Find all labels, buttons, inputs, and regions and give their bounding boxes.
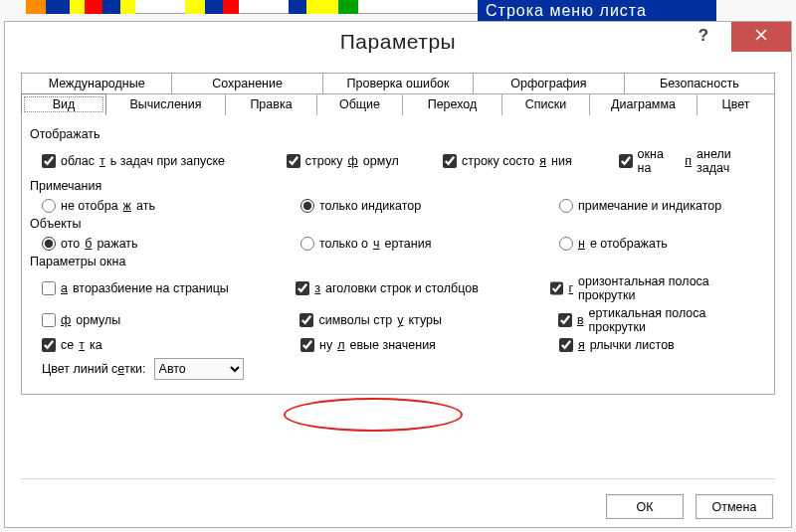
group-window: Параметры окна: [30, 255, 766, 268]
chk-formulas[interactable]: формулы: [42, 313, 299, 327]
chk-gridlines[interactable]: сетка: [42, 338, 300, 352]
chk-windows-taskbar-box[interactable]: [619, 154, 633, 168]
footer-separator: [21, 478, 775, 479]
chk-sheet-tabs[interactable]: ярлычки листов: [559, 338, 675, 352]
chk-sheet-tabs-box[interactable]: [559, 338, 573, 352]
gridline-color-select[interactable]: Авто: [154, 358, 244, 380]
chk-windows-taskbar[interactable]: окна на панели задач: [619, 147, 766, 175]
gridline-color-label: Цвет линий сетки:: [42, 362, 146, 376]
close-button[interactable]: [731, 22, 791, 52]
group-display: Отображать: [30, 127, 766, 141]
rad-objects-show[interactable]: отображать: [42, 237, 300, 251]
tab-color[interactable]: Цвет: [697, 93, 775, 115]
rad-comments-both[interactable]: примечание и индикатор: [559, 199, 721, 213]
group-objects: Объекты: [30, 217, 766, 231]
chk-status-bar-box[interactable]: [443, 154, 457, 168]
tab-security[interactable]: Безопасность: [625, 73, 775, 93]
rad-objects-hide-input[interactable]: [559, 237, 573, 251]
chk-formula-bar[interactable]: строку формул: [287, 154, 443, 168]
rad-comments-indicator[interactable]: только индикатор: [300, 199, 559, 213]
rad-comments-indicator-input[interactable]: [300, 199, 314, 213]
ok-button[interactable]: ОК: [606, 494, 684, 519]
chk-vscroll[interactable]: вертикальная полоса прокрутки: [558, 306, 766, 334]
chk-zero-values[interactable]: нулевые значения: [300, 338, 559, 352]
chk-outline-box[interactable]: [299, 313, 313, 327]
chk-zero-values-box[interactable]: [300, 338, 314, 352]
tab-errorcheck[interactable]: Проверка ошибок: [323, 73, 474, 93]
dialog-title: Параметры: [5, 22, 791, 62]
tab-panel-view: Отображать область задач при запуске стр…: [21, 114, 775, 395]
tab-chart[interactable]: Диаграмма: [590, 93, 697, 115]
rad-objects-placeholders-input[interactable]: [300, 237, 314, 251]
chk-formulas-box[interactable]: [42, 313, 56, 327]
chk-taskpane-startup[interactable]: область задач при запуске: [42, 154, 287, 168]
chk-taskpane-startup-box[interactable]: [42, 154, 56, 168]
dialog-footer: ОК Отмена: [5, 494, 791, 519]
tab-transition[interactable]: Переход: [403, 93, 502, 115]
cancel-button[interactable]: Отмена: [696, 494, 773, 519]
tab-spelling[interactable]: Орфография: [474, 73, 624, 93]
rad-objects-show-input[interactable]: [42, 237, 56, 251]
tab-international[interactable]: Международные: [21, 73, 172, 93]
tab-save[interactable]: Сохранение: [172, 73, 322, 93]
screen: Строка меню листа Параметры ? Международ…: [0, 0, 796, 532]
rad-objects-placeholders[interactable]: только очертания: [300, 237, 559, 251]
chk-headers[interactable]: заголовки строк и столбцов: [296, 281, 549, 295]
tab-calc[interactable]: Вычисления: [106, 93, 226, 115]
titlebar: Параметры ?: [5, 22, 791, 62]
chk-vscroll-box[interactable]: [558, 313, 572, 327]
chk-headers-box[interactable]: [296, 281, 309, 295]
chk-page-breaks[interactable]: авторазбиение на страницы: [42, 281, 296, 295]
help-button[interactable]: ?: [682, 22, 725, 52]
options-dialog: Параметры ? Международные Сохранение Про…: [4, 21, 792, 528]
tab-edit[interactable]: Правка: [226, 93, 317, 115]
tab-general[interactable]: Общие: [317, 93, 403, 115]
rad-comments-none[interactable]: не отображать: [42, 199, 300, 213]
tab-view[interactable]: Вид: [21, 93, 106, 115]
tab-lists[interactable]: Списки: [502, 93, 590, 115]
chk-outline[interactable]: символы структуры: [299, 313, 557, 327]
chk-status-bar[interactable]: строку состояния: [443, 154, 619, 168]
chk-gridlines-box[interactable]: [42, 338, 56, 352]
chk-hscroll-box[interactable]: [550, 281, 564, 295]
group-comments: Примечания: [30, 179, 766, 193]
rad-comments-both-input[interactable]: [559, 199, 573, 213]
rad-comments-none-input[interactable]: [42, 199, 56, 213]
chk-page-breaks-box[interactable]: [42, 281, 56, 295]
chk-hscroll[interactable]: горизонтальная полоса прокрутки: [550, 274, 766, 302]
tabs-row-upper: Международные Сохранение Проверка ошибок…: [21, 72, 775, 92]
rad-objects-hide[interactable]: не отображать: [559, 237, 668, 251]
chk-formula-bar-box[interactable]: [287, 154, 300, 168]
tabs-row-lower: Вид Вычисления Правка Общие Переход Спис…: [21, 92, 775, 114]
close-icon: [755, 29, 767, 41]
background-caption: Строка меню листа: [478, 0, 716, 22]
